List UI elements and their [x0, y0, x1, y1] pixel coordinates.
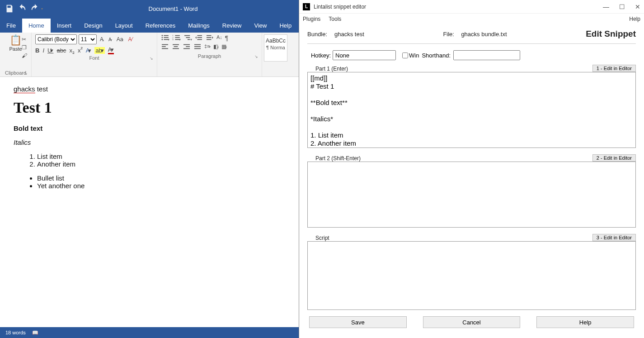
svg-rect-16: [197, 37, 202, 38]
justify-button[interactable]: [193, 43, 202, 51]
svg-rect-12: [184, 35, 190, 36]
tab-home[interactable]: Home: [22, 19, 51, 33]
lintalist-window: L Lintalist snippet editor — ☐ ✕ Plugins…: [299, 0, 644, 338]
sort-button[interactable]: A↓: [216, 34, 222, 42]
font-group-label: Font: [89, 55, 99, 61]
style-normal[interactable]: AaBbCc ¶ Norma: [264, 34, 287, 62]
paste-button[interactable]: 📋 Paste: [9, 34, 22, 52]
shorthand-label: Shorthand:: [422, 52, 451, 59]
align-left-button[interactable]: [161, 43, 169, 51]
line-spacing-button[interactable]: ‡≡▾: [204, 43, 211, 51]
tab-layout[interactable]: Layout: [109, 19, 139, 33]
win-checkbox[interactable]: Win: [402, 52, 419, 59]
hotkey-label: Hotkey:: [307, 52, 331, 59]
clipboard-launcher-icon[interactable]: ↘: [24, 71, 28, 76]
svg-rect-18: [207, 35, 212, 36]
superscript-button[interactable]: x²: [78, 47, 83, 54]
list-item: Another item: [37, 160, 285, 168]
tab-review[interactable]: Review: [216, 19, 248, 33]
italic-button[interactable]: I: [42, 47, 44, 54]
save-button[interactable]: Save: [309, 316, 407, 328]
lintalist-title-text: Lintalist snippet editor: [314, 4, 366, 10]
font-size-select[interactable]: 11: [79, 34, 97, 44]
tab-references[interactable]: References: [139, 19, 182, 33]
part1-edit-button[interactable]: 1 - Edit in Editor: [592, 65, 636, 72]
script-textarea[interactable]: [307, 241, 636, 310]
bullets-button[interactable]: ▾: [161, 34, 169, 42]
doc-heading: Test 1: [14, 99, 285, 116]
bold-button[interactable]: B: [35, 47, 39, 54]
increase-indent-button[interactable]: [206, 34, 214, 42]
copy-icon[interactable]: ❐: [22, 44, 27, 51]
doc-bullet-list: Bullet list Yet another one: [37, 174, 285, 190]
svg-rect-23: [162, 48, 168, 49]
word-document-area[interactable]: ghacks test Test 1 Bold text Italics Lis…: [0, 77, 299, 327]
underline-button[interactable]: U▾: [47, 47, 53, 54]
part2-edit-button[interactable]: 2 - Edit in Editor: [592, 154, 636, 162]
doc-italic-line: Italics: [14, 138, 285, 146]
strikethrough-button[interactable]: abc: [56, 47, 66, 54]
svg-rect-21: [162, 44, 168, 45]
font-color-button[interactable]: A▾: [108, 46, 114, 54]
file-label: File:: [443, 31, 461, 38]
maximize-icon[interactable]: ☐: [619, 3, 625, 10]
multilevel-list-button[interactable]: ▾: [183, 34, 192, 42]
grow-font-icon[interactable]: A▴: [99, 36, 105, 43]
part2-textarea[interactable]: [307, 162, 636, 228]
highlight-button[interactable]: ab▾: [94, 47, 104, 54]
tab-view[interactable]: View: [248, 19, 273, 33]
text-effects-button[interactable]: A▾: [86, 47, 92, 54]
svg-rect-26: [173, 48, 179, 49]
svg-rect-25: [174, 46, 178, 47]
close-icon[interactable]: ✕: [635, 3, 640, 10]
clear-formatting-icon[interactable]: A⁄: [127, 36, 134, 43]
svg-rect-1: [164, 35, 169, 36]
font-launcher-icon[interactable]: ↘: [150, 56, 153, 61]
numbering-button[interactable]: 123▾: [172, 34, 181, 42]
help-button[interactable]: Help: [536, 316, 634, 328]
show-marks-button[interactable]: ¶: [225, 34, 229, 42]
cancel-button[interactable]: Cancel: [423, 316, 521, 328]
shrink-font-icon[interactable]: A▾: [107, 37, 113, 43]
svg-rect-17: [197, 39, 202, 40]
font-name-select[interactable]: Calibri (Body: [35, 34, 77, 44]
tab-design[interactable]: Design: [78, 19, 108, 33]
menu-tools[interactable]: Tools: [329, 16, 341, 22]
script-label: Script: [315, 235, 329, 241]
cut-icon[interactable]: ✂: [22, 36, 27, 43]
svg-rect-20: [207, 39, 212, 40]
status-spellcheck-icon[interactable]: 📖: [32, 330, 38, 336]
svg-rect-13: [186, 37, 190, 38]
minimize-icon[interactable]: —: [603, 3, 609, 10]
part1-textarea[interactable]: [[md]] # Test 1 **Bold text** *Italics* …: [307, 72, 636, 148]
clipboard-group-label: Clipboard: [5, 70, 26, 76]
status-word-count[interactable]: 18 words: [5, 330, 26, 335]
tab-help[interactable]: Help: [273, 19, 298, 33]
change-case-icon[interactable]: Aa▾: [115, 36, 125, 43]
subscript-button[interactable]: x₂: [69, 47, 75, 54]
shorthand-input[interactable]: [453, 50, 520, 60]
undo-icon[interactable]: [17, 4, 27, 14]
hotkey-input[interactable]: [333, 50, 396, 60]
script-edit-button[interactable]: 3 - Edit in Editor: [592, 234, 636, 241]
win-checkbox-input[interactable]: [402, 52, 408, 58]
save-icon[interactable]: [5, 4, 14, 14]
qat-dropdown-icon[interactable]: ▾: [41, 7, 43, 11]
menu-help[interactable]: Help: [629, 16, 640, 22]
format-painter-icon[interactable]: 🖌: [22, 52, 27, 59]
align-right-button[interactable]: [183, 43, 191, 51]
paragraph-launcher-icon[interactable]: ↘: [254, 54, 258, 59]
bundle-label: Bundle:: [307, 31, 334, 38]
svg-rect-24: [173, 44, 179, 45]
menu-plugins[interactable]: Plugins: [303, 16, 320, 22]
tab-insert[interactable]: Insert: [51, 19, 78, 33]
redo-icon[interactable]: [30, 4, 40, 14]
borders-button[interactable]: ▦▾: [221, 43, 227, 51]
shading-button[interactable]: ◧▾: [213, 43, 219, 51]
decrease-indent-button[interactable]: [195, 34, 203, 42]
clipboard-icon: 📋: [9, 34, 22, 46]
align-center-button[interactable]: [172, 43, 180, 51]
tab-file[interactable]: File: [0, 19, 22, 33]
part1-label: Part 1 (Enter): [315, 66, 348, 72]
tab-mailings[interactable]: Mailings: [182, 19, 216, 33]
